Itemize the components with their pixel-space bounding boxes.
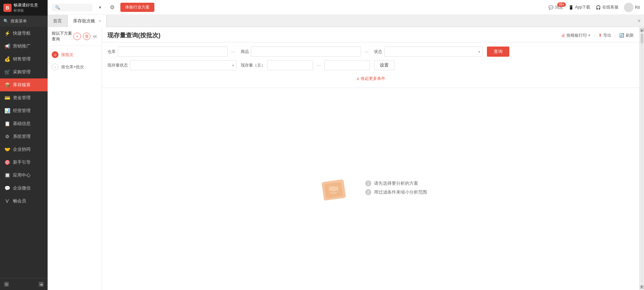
sidebar-item-采购管理[interactable]: 🛒采购管理 bbox=[0, 66, 48, 78]
topbar-search-area: 🔍 bbox=[52, 4, 92, 11]
tab-label: 库存批次账 bbox=[73, 18, 95, 24]
product-input[interactable] bbox=[251, 47, 361, 57]
sidebar-header: B 畅康通好生意 标准版 bbox=[0, 0, 48, 16]
print-dropdown-icon[interactable]: ▾ bbox=[588, 33, 590, 38]
avatar bbox=[624, 3, 633, 12]
inventory-amount-max[interactable] bbox=[324, 60, 370, 70]
inventory-status-select[interactable] bbox=[130, 60, 237, 70]
nav-icon: 🔲 bbox=[4, 172, 10, 178]
step1-num: 1 bbox=[365, 180, 371, 186]
collapse-arrow-icon: ∧ bbox=[356, 76, 359, 81]
message-badge: 99+ bbox=[557, 2, 566, 7]
status-select[interactable] bbox=[384, 47, 483, 57]
page-title: 现存量查询(按批次) bbox=[107, 31, 160, 39]
export-button[interactable]: ⬆ 导出 bbox=[598, 33, 611, 38]
sidebar-item-企业协同[interactable]: 🤝企业协同 bbox=[0, 143, 48, 156]
nav-label: 企业协同 bbox=[13, 146, 31, 152]
filter-items: ⊙按批次○按仓库+批次 bbox=[48, 46, 102, 290]
warehouse-input[interactable] bbox=[118, 47, 228, 57]
tab-close-icon[interactable]: × bbox=[99, 19, 101, 23]
page-body: 按以下方案查询 + ⚙ ≪ ⊙按批次○按仓库+批次 现存量查询(按批次) 🖨 按… bbox=[48, 27, 644, 290]
nav-icon: 💰 bbox=[4, 56, 10, 62]
nav-icon: V bbox=[4, 198, 10, 204]
sidebar-item-销售管理[interactable]: 💰销售管理 bbox=[0, 53, 48, 66]
search-icon: 🔍 bbox=[3, 19, 9, 23]
filter-panel: 按以下方案查询 + ⚙ ≪ ⊙按批次○按仓库+批次 bbox=[48, 27, 102, 290]
sidebar-item-经营管理[interactable]: 📊经营管理 bbox=[0, 104, 48, 117]
topbar-actions: 💬 消息 99+ 📱 App下载 🎧 在线客服 Rit bbox=[548, 3, 640, 12]
sidebar-item-应用中心[interactable]: 🔲应用中心 bbox=[0, 169, 48, 182]
nav-label: 资金管理 bbox=[13, 95, 31, 101]
nav-icon: 📦 bbox=[4, 82, 10, 88]
print-button[interactable]: 🖨 按模板打印 ▾ bbox=[561, 33, 590, 38]
filter-form: 仓库 ··· 商品 ··· 状态 ▾ bbox=[102, 42, 639, 88]
nav-label: 库存核算 bbox=[13, 82, 31, 88]
plan-settings-icon[interactable]: ⚙ bbox=[83, 33, 90, 40]
page-header: 现存量查询(按批次) 🖨 按模板打印 ▾ | ⬆ 导出 | 🔄 bbox=[102, 27, 639, 42]
add-plan-icon[interactable]: + bbox=[73, 33, 81, 40]
username: Rit bbox=[635, 5, 640, 10]
filter-plan-item-1[interactable]: ○按仓库+批次 bbox=[48, 61, 102, 73]
nav-label: 新手引导 bbox=[13, 159, 31, 165]
online-support-label: 在线客服 bbox=[602, 4, 618, 10]
app-download-label: App下载 bbox=[575, 4, 590, 10]
sidebar-item-新手引导[interactable]: 🎯新手引导 bbox=[0, 156, 48, 169]
topbar: 🔍 ▾ ⚙ 体验行业方案 💬 消息 99+ 📱 App下载 🎧 在线客服 Rit bbox=[48, 0, 644, 15]
export-label: 导出 bbox=[603, 33, 611, 38]
empty-state: 1 请先选择要分析的方案 2 用过滤条件来缩小分析范围 bbox=[102, 88, 639, 290]
sidebar-item-基础信息[interactable]: 📋基础信息 bbox=[0, 117, 48, 130]
filter-panel-title: 按以下方案查询 bbox=[52, 31, 73, 42]
online-support-button[interactable]: 🎧 在线客服 bbox=[596, 4, 618, 10]
settings-icon[interactable]: ⚙ bbox=[4, 282, 9, 287]
scrollbar-track bbox=[641, 33, 643, 284]
sidebar-item-快捷导航[interactable]: ⚡快捷导航 bbox=[0, 27, 48, 40]
nav-label: 企业微信 bbox=[13, 185, 31, 191]
product-dots[interactable]: ··· bbox=[363, 49, 370, 54]
headset-icon: 🎧 bbox=[596, 5, 601, 10]
tab-home[interactable]: 首页 bbox=[48, 15, 68, 27]
collapse-icon[interactable]: ◀ bbox=[39, 282, 44, 287]
warehouse-dots[interactable]: ··· bbox=[230, 49, 237, 54]
sidebar-item-畅会员[interactable]: V畅会员 bbox=[0, 195, 48, 207]
filter-plan-item-0[interactable]: ⊙按批次 bbox=[48, 49, 102, 61]
sidebar-search[interactable]: 🔍 搜索菜单 bbox=[0, 16, 48, 27]
topbar-search-input[interactable] bbox=[62, 5, 89, 10]
print-icon: 🖨 bbox=[561, 33, 565, 38]
sidebar-item-资金管理[interactable]: 💳资金管理 bbox=[0, 91, 48, 104]
close-panel-icon[interactable]: ✕ bbox=[634, 18, 644, 23]
inventory-amount-min[interactable] bbox=[267, 60, 313, 70]
tab-inventory-batch[interactable]: 库存批次账 × bbox=[68, 15, 107, 27]
nav-icon: 💳 bbox=[4, 95, 10, 101]
trial-button[interactable]: 体验行业方案 bbox=[120, 3, 154, 12]
scrollbar-down[interactable]: ▼ bbox=[640, 285, 644, 289]
messages-button[interactable]: 💬 消息 99+ bbox=[548, 4, 563, 10]
nav-icon: ⚙ bbox=[4, 133, 10, 140]
collapse-row[interactable]: ∧ 收起更多条件 bbox=[107, 74, 634, 84]
sidebar-item-企业微信[interactable]: 💬企业微信 bbox=[0, 182, 48, 195]
nav-icon: ⚡ bbox=[4, 30, 10, 36]
empty-illustration bbox=[314, 169, 355, 210]
topbar-dropdown-icon[interactable]: ▾ bbox=[96, 3, 104, 12]
sidebar-logo: B bbox=[3, 4, 12, 12]
product-field: 商品 ··· bbox=[241, 47, 370, 57]
filter-panel-icons: + ⚙ ≪ bbox=[73, 33, 98, 40]
right-scrollbar: ▲ ▼ bbox=[639, 27, 644, 290]
user-avatar-area[interactable]: Rit bbox=[624, 3, 640, 12]
sidebar-item-库存核算[interactable]: 📦库存核算 bbox=[0, 78, 48, 91]
settings-button[interactable]: 设置 bbox=[374, 60, 394, 70]
step2-num: 2 bbox=[365, 189, 371, 195]
scrollbar-up[interactable]: ▲ bbox=[640, 28, 644, 32]
filter-panel-collapse-icon[interactable]: ≪ bbox=[92, 34, 98, 39]
query-button[interactable]: 查询 bbox=[487, 47, 509, 57]
nav-icon: 🛒 bbox=[4, 69, 10, 75]
main-content: 🔍 ▾ ⚙ 体验行业方案 💬 消息 99+ 📱 App下载 🎧 在线客服 Rit bbox=[48, 0, 644, 290]
nav-label: 基础信息 bbox=[13, 121, 31, 127]
inventory-amount-field: 现存量（主） — bbox=[241, 60, 370, 70]
sidebar-item-系统管理[interactable]: ⚙系统管理 bbox=[0, 130, 48, 143]
app-download-button[interactable]: 📱 App下载 bbox=[569, 4, 590, 10]
nav-icon: 📊 bbox=[4, 108, 10, 114]
sidebar-item-营销推广[interactable]: 📢营销推广 bbox=[0, 40, 48, 53]
refresh-button[interactable]: 🔄 刷新 bbox=[619, 33, 634, 38]
nav-label: 采购管理 bbox=[13, 69, 31, 75]
topbar-settings-icon[interactable]: ⚙ bbox=[107, 3, 117, 12]
